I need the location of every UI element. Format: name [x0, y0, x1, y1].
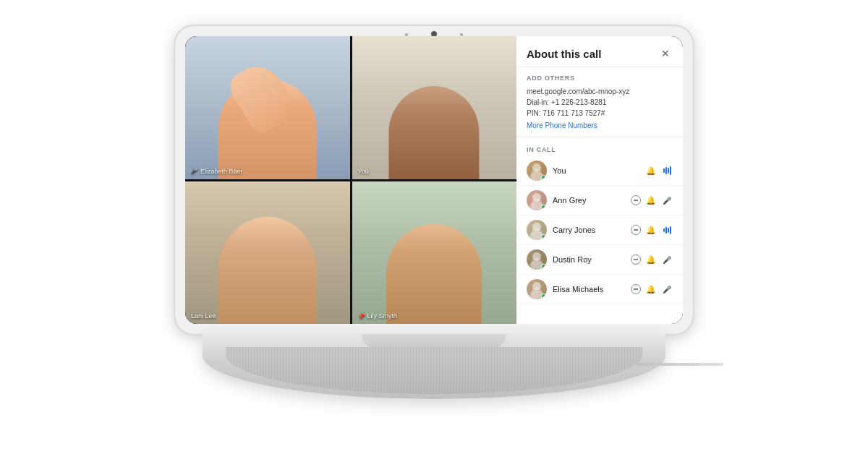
in-call-section: IN CALL You 🔔	[516, 140, 683, 324]
person-bg-1	[185, 36, 350, 179]
avatar-dustin	[527, 249, 547, 270]
about-call-panel: About this call ✕ ADD OTHERS meet.google…	[516, 36, 683, 324]
cell-label-you: You	[358, 168, 369, 175]
status-dot-carry	[541, 234, 546, 239]
person-bg-2	[352, 36, 517, 179]
pin: PIN: 716 711 713 7527#	[527, 108, 673, 119]
participant-name-elisa: Elisa Michaels	[553, 285, 625, 294]
bell-icon-dustin[interactable]: 🔔	[645, 254, 657, 265]
remove-icon-carry[interactable]	[631, 225, 641, 235]
in-call-label: IN CALL	[516, 140, 683, 156]
device-wrapper: 🎤 Elizabeth Baer You Lani Lee	[152, 25, 716, 429]
participant-row-dustin: Dustin Roy 🔔 🎤	[516, 245, 683, 275]
cell-label-lani: Lani Lee	[191, 312, 216, 320]
screen-content: 🎤 Elizabeth Baer You Lani Lee	[185, 36, 683, 324]
video-cell-elizabeth: 🎤 Elizabeth Baer	[185, 36, 350, 179]
participant-name-dustin: Dustin Roy	[553, 255, 625, 264]
avatar-head	[532, 163, 541, 172]
participant-row-ann: Ann Grey 🔔 🎤	[516, 186, 683, 215]
participant-name-carry: Carry Jones	[553, 226, 625, 234]
mic-off-icon-ann[interactable]: 🎤	[661, 194, 673, 206]
bell-icon-you[interactable]: 🔔	[645, 165, 657, 176]
avatar-ann	[527, 190, 547, 210]
add-others-label: ADD OTHERS	[527, 74, 673, 82]
meet-info: meet.google.com/abc-mnop-xyz Dial-in: +1…	[527, 86, 673, 119]
close-button[interactable]: ✕	[658, 46, 673, 61]
cell-name-elizabeth: Elizabeth Baer	[200, 168, 243, 175]
video-cell-lily: 📌 Lily Smyth	[352, 181, 517, 325]
panel-title: About this call	[527, 48, 601, 60]
participant-actions-elisa: 🔔 🎤	[631, 283, 673, 295]
cell-name-lani: Lani Lee	[191, 312, 216, 320]
audio-waves-icon-you	[661, 165, 673, 176]
divider	[516, 137, 683, 137]
remove-icon-ann[interactable]	[631, 195, 641, 205]
cell-name-lily: Lily Smyth	[367, 312, 398, 320]
avatar-head-ann	[532, 193, 541, 202]
add-others-section: ADD OTHERS meet.google.com/abc-mnop-xyz …	[516, 67, 683, 134]
participant-actions-ann: 🔔 🎤	[631, 194, 673, 206]
participant-actions-carry: 🔔	[631, 224, 673, 236]
panel-header: About this call ✕	[516, 36, 683, 67]
mic-off-icon-elisa[interactable]: 🎤	[661, 283, 673, 295]
avatar-carry	[527, 220, 547, 240]
status-dot-you	[541, 175, 546, 180]
power-cable	[637, 363, 723, 366]
pin-icon-lily: 📌	[358, 313, 365, 320]
remove-icon-elisa[interactable]	[631, 284, 641, 294]
avatar-head-elisa	[532, 282, 541, 291]
participant-row-carry: Carry Jones 🔔	[516, 215, 683, 245]
cell-label-lily: 📌 Lily Smyth	[358, 312, 398, 320]
avatar-head-dustin	[532, 252, 541, 261]
cell-name-you: You	[358, 168, 369, 175]
remove-icon-dustin[interactable]	[631, 254, 641, 265]
participant-name-ann: Ann Grey	[553, 196, 625, 205]
avatar-elisa	[527, 279, 547, 299]
bell-icon-ann[interactable]: 🔔	[645, 194, 657, 206]
status-dot-ann	[541, 205, 546, 210]
video-grid: 🎤 Elizabeth Baer You Lani Lee	[185, 36, 516, 324]
participant-row-you: You 🔔	[516, 156, 683, 186]
person-bg-4	[352, 181, 517, 325]
participant-row-elisa: Elisa Michaels 🔔 🎤	[516, 275, 683, 304]
avatar-head-carry	[532, 223, 541, 231]
mic-icon-elizabeth: 🎤	[191, 168, 198, 174]
avatar-you	[527, 160, 547, 181]
mic-off-icon-dustin[interactable]: 🎤	[661, 254, 673, 265]
cell-label-elizabeth: 🎤 Elizabeth Baer	[191, 168, 243, 175]
meet-link[interactable]: meet.google.com/abc-mnop-xyz	[527, 86, 673, 97]
video-cell-lani: Lani Lee	[185, 181, 350, 325]
dial-in: Dial-in: +1 226-213-8281	[527, 97, 673, 108]
video-cell-you: You	[352, 36, 517, 179]
participant-name-you: You	[553, 166, 639, 175]
person-bg-3	[185, 181, 350, 325]
status-dot-dustin	[541, 264, 546, 269]
participant-actions-you: 🔔	[645, 165, 673, 176]
participant-actions-dustin: 🔔 🎤	[631, 254, 673, 265]
bell-icon-elisa[interactable]: 🔔	[645, 283, 657, 295]
more-phones-link[interactable]: More Phone Numbers	[527, 121, 673, 129]
status-dot-elisa	[541, 294, 546, 299]
bell-icon-carry[interactable]: 🔔	[645, 224, 657, 236]
audio-waves-icon-carry	[661, 224, 673, 236]
device-base	[203, 334, 665, 399]
device-screen: 🎤 Elizabeth Baer You Lani Lee	[174, 25, 694, 335]
